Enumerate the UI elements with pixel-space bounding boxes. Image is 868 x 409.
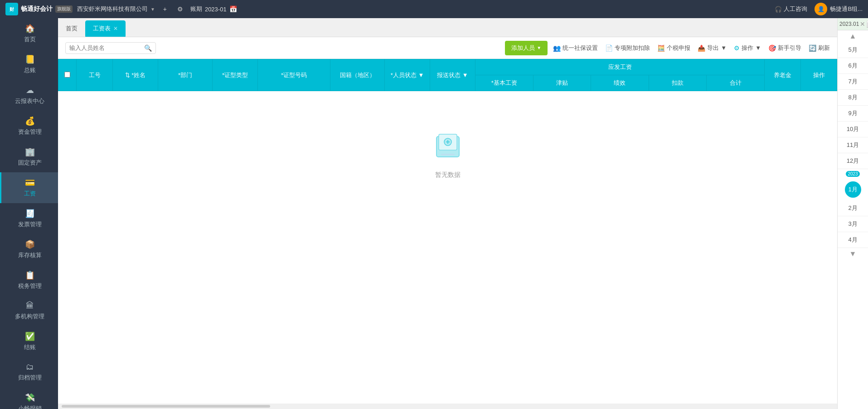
- calendar-icon[interactable]: 📅: [229, 5, 237, 13]
- operations-arrow: ▼: [755, 44, 761, 51]
- th-checkbox[interactable]: [58, 59, 77, 91]
- th-performance: 绩效: [591, 75, 649, 91]
- home-icon: 🏠: [25, 24, 35, 34]
- sidebar-item-assets[interactable]: 🏢 固定资产: [0, 141, 58, 172]
- toolbar: 🔍 添加人员 ▼ 👥 统一社保设置 📄 专项附加扣除: [58, 37, 837, 59]
- sidebar-label-assets: 固定资产: [18, 159, 42, 167]
- calendar-month-2023-01[interactable]: 1月: [845, 181, 861, 198]
- search-box[interactable]: 🔍: [65, 42, 156, 54]
- sidebar-label-home: 首页: [24, 35, 36, 44]
- export-arrow: ▼: [721, 44, 727, 51]
- tab-bar: 首页 工资表 ✕: [58, 18, 837, 37]
- multi-org-icon: 🏛: [26, 301, 34, 311]
- calendar-month-2022-06[interactable]: 6月: [838, 58, 868, 74]
- calendar-month-2023-03[interactable]: 3月: [838, 216, 868, 232]
- support-label: 人工咨询: [784, 5, 807, 13]
- th-total: 合计: [707, 75, 765, 91]
- table-header-row: 工号 ⇅ *姓名 *部门 *证型类型: [58, 59, 837, 75]
- panel-expand-button[interactable]: ⬜: [866, 21, 868, 27]
- personal-tax-icon: 🧮: [657, 44, 665, 52]
- tax-icon: 📋: [25, 270, 35, 280]
- th-report-status[interactable]: 报送状态 ▼: [430, 59, 475, 91]
- operations-button[interactable]: ⚙ 操作 ▼: [734, 44, 761, 52]
- app-title: 畅通好会计: [21, 5, 53, 13]
- refresh-button[interactable]: 🔄 刷新: [809, 44, 830, 52]
- calendar-month-2022-12[interactable]: 12月: [838, 153, 868, 169]
- tab-salary-table[interactable]: 工资表 ✕: [85, 20, 126, 37]
- sidebar-label-inventory: 库存核算: [18, 251, 42, 259]
- sidebar-item-closing[interactable]: ✅ 结账: [0, 326, 58, 357]
- add-employee-button[interactable]: 添加人员 ▼: [505, 41, 548, 55]
- sidebar-label-ledger: 总账: [24, 66, 36, 74]
- th-status[interactable]: *人员状态 ▼: [385, 59, 430, 91]
- special-deduct-button[interactable]: 📄 专项附加扣除: [605, 44, 650, 52]
- special-deduct-label: 专项附加扣除: [615, 44, 650, 52]
- panel-close-button[interactable]: ✕: [860, 21, 865, 27]
- select-all-checkbox[interactable]: [64, 72, 70, 78]
- svg-rect-8: [441, 154, 455, 155]
- main-layout: 🏠 首页 📒 总账 ☁ 云报表中心 💰 资金管理 🏢 固定资产 💳 工资 🧾 发…: [0, 18, 868, 409]
- period-value: 2023-01: [205, 6, 227, 13]
- guide-button[interactable]: 🎯 新手引导: [768, 44, 801, 52]
- sidebar-item-home[interactable]: 🏠 首页: [0, 18, 58, 49]
- export-button[interactable]: 📤 导出 ▼: [698, 44, 727, 52]
- expense-icon: 💸: [25, 393, 35, 403]
- calendar-down-arrow[interactable]: ▼: [838, 248, 868, 260]
- operations-icon: ⚙: [734, 44, 740, 52]
- th-operations: 操作: [801, 59, 837, 91]
- sidebar-item-tax[interactable]: 📋 税务管理: [0, 265, 58, 296]
- header-left: 财 畅通好会计 旗舰版 西安虾米网络科技有限公司 ▼ + ⚙ 账期 2023-0…: [5, 3, 237, 15]
- scrollbar-area[interactable]: [58, 404, 837, 409]
- add-company-button[interactable]: +: [160, 4, 170, 15]
- calendar-month-2023-02[interactable]: 2月: [838, 200, 868, 216]
- calendar-month-2022-05[interactable]: 5月: [838, 42, 868, 58]
- calendar-up-arrow[interactable]: ▲: [838, 30, 868, 42]
- active-month-container: 1月: [838, 179, 868, 200]
- tab-home[interactable]: 首页: [58, 20, 85, 37]
- sidebar-label-invoice: 发票管理: [18, 220, 42, 229]
- settings-button[interactable]: ⚙: [175, 4, 186, 15]
- export-icon: 📤: [698, 44, 705, 52]
- company-name: 西安虾米网络科技有限公司: [77, 5, 148, 13]
- user-area[interactable]: 👤 畅捷通B组...: [815, 3, 863, 15]
- sidebar-item-ledger[interactable]: 📒 总账: [0, 49, 58, 80]
- support-button[interactable]: 🎧 人工咨询: [775, 5, 807, 13]
- sidebar-label-fund: 资金管理: [18, 128, 42, 136]
- search-input[interactable]: [69, 44, 141, 51]
- th-bonus: 津贴: [533, 75, 591, 91]
- sidebar-label-closing: 结账: [24, 343, 36, 351]
- personal-tax-button[interactable]: 🧮 个税申报: [657, 44, 690, 52]
- sidebar-item-archive[interactable]: 🗂 归档管理: [0, 357, 58, 387]
- sidebar-item-fund[interactable]: 💰 资金管理: [0, 111, 58, 141]
- calendar-month-2023-04[interactable]: 4月: [838, 232, 868, 248]
- calendar-month-2022-09[interactable]: 9月: [838, 106, 868, 122]
- th-pension: 养老金: [765, 59, 801, 91]
- sidebar-item-expense[interactable]: 💸 小畅报销: [0, 387, 58, 409]
- social-security-button[interactable]: 👥 统一社保设置: [553, 44, 598, 52]
- horizontal-scrollbar[interactable]: [62, 405, 270, 408]
- user-name: 畅捷通B组...: [830, 5, 863, 13]
- sidebar-item-multi-org[interactable]: 🏛 多机构管理: [0, 296, 58, 326]
- guide-toolbar-icon: 🎯: [768, 44, 776, 52]
- th-id-num: *证型号码: [258, 59, 330, 91]
- calendar-month-2022-11[interactable]: 11月: [838, 137, 868, 153]
- panel-title: 2023.01: [839, 21, 859, 27]
- right-panel: 2023.01 ✕ ⬜ ▲ 5月 6月 7月 8月 9月 10月 11月 12月…: [837, 18, 868, 409]
- calendar-month-2022-07[interactable]: 7月: [838, 74, 868, 90]
- invoice-icon: 🧾: [25, 209, 35, 219]
- sidebar-item-salary[interactable]: 💳 工资: [0, 172, 58, 203]
- company-selector[interactable]: 西安虾米网络科技有限公司 ▼: [77, 5, 155, 13]
- calendar-month-2022-08[interactable]: 8月: [838, 90, 868, 106]
- svg-text:财: 财: [9, 7, 15, 12]
- add-employee-label: 添加人员: [511, 44, 535, 52]
- sidebar-item-invoice[interactable]: 🧾 发票管理: [0, 203, 58, 234]
- export-label: 导出: [707, 44, 719, 52]
- calendar-month-2022-10[interactable]: 10月: [838, 122, 868, 137]
- sidebar-item-cloud-report[interactable]: ☁ 云报表中心: [0, 80, 58, 111]
- social-security-icon: 👥: [553, 44, 561, 52]
- toolbar-actions: 👥 统一社保设置 📄 专项附加扣除 🧮 个税申报 📤 导出 ▼: [553, 44, 830, 52]
- tab-close-button[interactable]: ✕: [113, 25, 118, 32]
- company-dropdown-arrow[interactable]: ▼: [150, 7, 155, 12]
- header-right: 🎧 人工咨询 👤 畅捷通B组...: [775, 3, 863, 15]
- sidebar-item-inventory[interactable]: 📦 库存核算: [0, 234, 58, 265]
